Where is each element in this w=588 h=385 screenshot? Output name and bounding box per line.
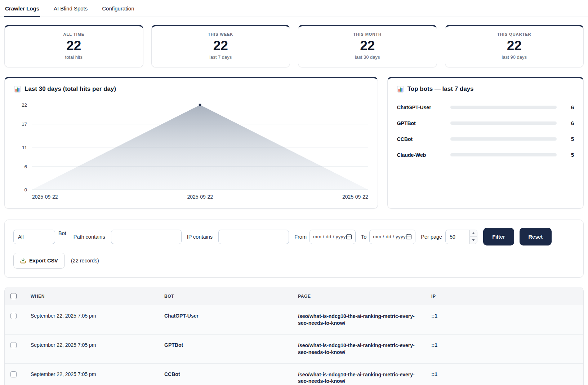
ip-contains-input[interactable]: [218, 230, 289, 244]
crawler-log-table-card: WHEN BOT PAGE IP September 22, 2025 7:05…: [4, 287, 584, 385]
stat-card-all-time: ALL TIME 22 total hits: [4, 25, 143, 67]
cell-ip: ::1: [426, 305, 583, 335]
cell-ip: ::1: [426, 363, 583, 385]
bot-name: GPTBot: [397, 120, 450, 126]
stat-label: ALL TIME: [8, 32, 139, 36]
stat-label: THIS MONTH: [302, 32, 433, 36]
y-axis-labels: 06111722: [14, 105, 32, 190]
calendar-icon[interactable]: [406, 234, 412, 240]
y-tick-label: 11: [22, 145, 27, 150]
date-placeholder: mm / dd / yyyy: [313, 234, 346, 239]
stat-value: 22: [302, 38, 433, 53]
bot-hit-count: 5: [557, 136, 574, 142]
filter-button[interactable]: Filter: [483, 228, 514, 245]
from-date-input[interactable]: mm / dd / yyyy: [309, 230, 356, 244]
bar-chart-icon: [397, 86, 404, 93]
per-page-value: 50: [446, 230, 469, 244]
bot-bar-track: [450, 153, 557, 156]
cell-page: /seo/what-is-ndcg10-the-ai-ranking-metri…: [292, 305, 426, 335]
spinner-down-icon[interactable]: [470, 236, 477, 244]
path-contains-label: Path contains: [74, 234, 105, 240]
bar-chart-icon: [14, 86, 21, 93]
header-when: WHEN: [25, 287, 159, 305]
y-tick-label: 0: [24, 187, 27, 192]
header-bot: BOT: [159, 287, 292, 305]
bot-hit-count: 5: [557, 152, 574, 158]
stat-card-this-month: THIS MONTH 22 last 30 days: [298, 25, 437, 67]
stat-card-this-week: THIS WEEK 22 last 7 days: [151, 25, 290, 67]
top-bots-title: Top bots — last 7 days: [407, 85, 474, 93]
export-csv-button[interactable]: Export CSV: [13, 253, 65, 269]
stat-value: 22: [8, 38, 139, 53]
from-date-label: From: [294, 234, 307, 240]
stat-sublabel: last 7 days: [155, 54, 286, 60]
stat-value: 22: [449, 38, 580, 53]
bot-name: CCBot: [397, 136, 450, 142]
stats-row: ALL TIME 22 total hits THIS WEEK 22 last…: [4, 25, 584, 67]
x-tick-label: 2025-09-22: [187, 194, 213, 200]
cell-bot: CCBot: [159, 363, 292, 385]
bot-bar-row: ChatGPT-User 6: [397, 104, 574, 110]
top-bots-title-row: Top bots — last 7 days: [397, 85, 574, 93]
bot-bar-list: ChatGPT-User 6 GPTBot 6 CCBot 5 Claude-W…: [397, 104, 574, 158]
bot-hit-count: 6: [557, 104, 574, 110]
daily-hits-panel: Last 30 days (total hits per day) 061117…: [4, 77, 378, 209]
reset-button[interactable]: Reset: [520, 228, 552, 245]
download-icon: [20, 258, 26, 264]
daily-hits-title: Last 30 days (total hits per day): [24, 85, 116, 93]
area-chart: 06111722: [14, 105, 368, 190]
tab-configuration[interactable]: Configuration: [101, 0, 135, 17]
row-checkbox[interactable]: [10, 371, 17, 377]
select-all-checkbox[interactable]: [10, 293, 17, 299]
filter-panel: All Bot Path contains IP contains From m…: [4, 220, 584, 278]
table-row: September 22, 2025 7:05 pm GPTBot /seo/w…: [5, 334, 583, 363]
table-row: September 22, 2025 7:05 pm CCBot /seo/wh…: [5, 363, 583, 385]
path-contains-input[interactable]: [111, 230, 182, 244]
stat-label: THIS WEEK: [155, 32, 286, 36]
bot-name: Claude-Web: [397, 152, 450, 158]
spinner-up-icon[interactable]: [470, 230, 477, 237]
stat-card-this-quarter: THIS QUARTER 22 last 90 days: [445, 25, 584, 67]
y-tick-label: 6: [24, 164, 27, 169]
area-svg: [32, 105, 368, 190]
cell-page: /seo/what-is-ndcg10-the-ai-ranking-metri…: [292, 334, 426, 363]
bot-bar-row: GPTBot 6: [397, 120, 574, 126]
cell-page: /seo/what-is-ndcg10-the-ai-ranking-metri…: [292, 363, 426, 385]
bot-name: ChatGPT-User: [397, 105, 450, 110]
x-axis-labels: 2025-09-222025-09-222025-09-22: [14, 194, 368, 200]
row-checkbox[interactable]: [10, 313, 17, 319]
row-checkbox[interactable]: [10, 342, 17, 348]
bot-bar-track: [450, 137, 557, 141]
peak-data-point: [199, 104, 201, 106]
daily-hits-title-row: Last 30 days (total hits per day): [14, 85, 368, 93]
export-csv-label: Export CSV: [29, 258, 58, 264]
tab-ai-blind-spots[interactable]: AI Blind Spots: [53, 0, 88, 17]
per-page-label: Per page: [421, 234, 442, 240]
per-page-input[interactable]: 50: [445, 230, 477, 244]
cell-bot: GPTBot: [159, 334, 292, 363]
to-date-input[interactable]: mm / dd / yyyy: [369, 230, 415, 244]
calendar-icon[interactable]: [346, 234, 352, 240]
x-tick-label: 2025-09-22: [342, 194, 368, 200]
charts-row: Last 30 days (total hits per day) 061117…: [4, 77, 584, 209]
stat-value: 22: [155, 38, 286, 53]
bot-hit-count: 6: [557, 120, 574, 126]
bot-select[interactable]: All: [13, 230, 55, 244]
to-date-label: To: [361, 234, 366, 240]
x-tick-label: 2025-09-22: [32, 194, 58, 200]
header-page: PAGE: [292, 287, 426, 305]
cell-when: September 22, 2025 7:05 pm: [25, 334, 159, 363]
stat-label: THIS QUARTER: [449, 32, 580, 36]
y-tick-label: 17: [22, 121, 27, 127]
stat-sublabel: total hits: [8, 54, 139, 60]
record-count: (22 records): [71, 258, 99, 264]
bot-bar-track: [450, 121, 557, 125]
crawler-log-table: WHEN BOT PAGE IP September 22, 2025 7:05…: [5, 287, 583, 385]
table-row: September 22, 2025 7:05 pm ChatGPT-User …: [5, 305, 583, 335]
number-spinner: [469, 230, 477, 244]
area-plot: [32, 105, 368, 190]
tab-crawler-logs[interactable]: Crawler Logs: [4, 0, 40, 17]
bot-bar-track: [450, 106, 557, 109]
header-ip: IP: [426, 287, 583, 305]
table-header-row: WHEN BOT PAGE IP: [5, 287, 583, 305]
